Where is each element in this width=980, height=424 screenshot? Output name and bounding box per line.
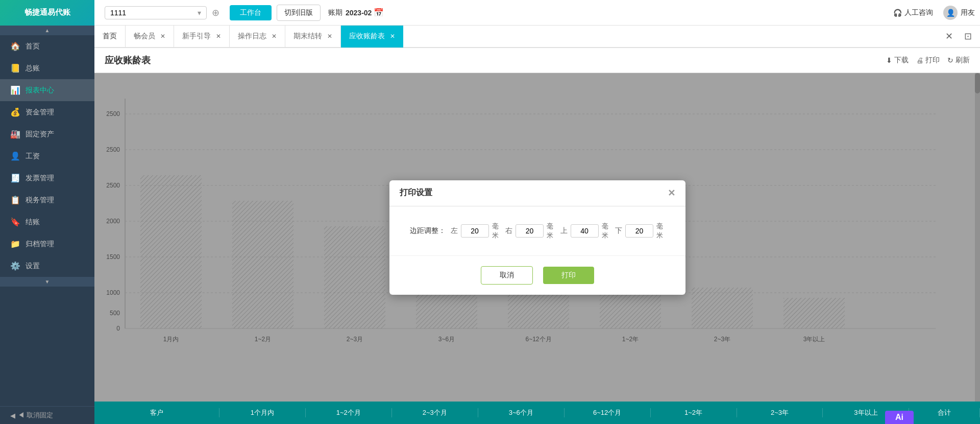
sidebar-item-settings[interactable]: ⚙️ 设置 (0, 255, 94, 277)
consult-area[interactable]: 🎧 人工咨询 (893, 8, 933, 17)
sidebar-item-payroll[interactable]: 👤 工资 (0, 145, 94, 167)
maximize-button[interactable]: ⊡ (961, 30, 975, 43)
cancel-button[interactable]: 取消 (481, 266, 533, 285)
sidebar-item-assets[interactable]: 🏭 固定资产 (0, 123, 94, 145)
home-icon: 🏠 (10, 41, 20, 51)
th-2-3months: 2~3个月 (392, 408, 478, 417)
sidebar-item-home[interactable]: 🏠 首页 (0, 35, 94, 57)
th-1month: 1个月内 (219, 408, 306, 417)
period-value: 2023-02 (346, 9, 372, 17)
sidebar-item-archive[interactable]: 📁 归档管理 (0, 233, 94, 255)
sidebar-item-closing[interactable]: 🔖 结账 (0, 211, 94, 233)
right-margin-input[interactable] (516, 224, 544, 238)
sidebar-item-ledger[interactable]: 📒 总账 (0, 57, 94, 79)
avatar: 👤 (943, 6, 958, 20)
refresh-button[interactable]: ↻ 刷新 (947, 56, 970, 65)
tab-period-end[interactable]: 期末结转 ✕ (285, 26, 341, 48)
tab-close-icon[interactable]: ✕ (327, 33, 332, 40)
header: 畅捷通易代账 1111 ▾ ⊕ 工作台 切到旧版 账期 2023-02 📅 🎧 … (0, 0, 980, 26)
switch-version-button[interactable]: 切到旧版 (277, 5, 321, 21)
tab-right-controls: ✕ ⊡ (942, 30, 980, 43)
period-area: 账期 2023-02 📅 (328, 8, 384, 17)
logo: 畅捷通易代账 (0, 0, 94, 26)
download-label: 下载 (894, 56, 909, 65)
sidebar-item-tax[interactable]: 📋 税务管理 (0, 189, 94, 211)
workbench-button[interactable]: 工作台 (230, 5, 272, 20)
modal-footer: 取消 打印 (389, 255, 685, 295)
tab-close-icon[interactable]: ✕ (390, 33, 395, 40)
consult-label: 人工咨询 (904, 8, 933, 17)
sidebar-item-label: 总账 (26, 64, 40, 73)
tab-close-icon[interactable]: ✕ (160, 33, 165, 40)
bottom-label: 下 (615, 226, 622, 235)
header-right: 🎧 人工咨询 👤 用友 (893, 6, 975, 20)
tab-receivable[interactable]: 应收账龄表 ✕ (341, 26, 403, 48)
sidebar-item-label: 首页 (26, 42, 40, 51)
th-1-2years: 1~2年 (651, 408, 737, 417)
tab-close-icon[interactable]: ✕ (272, 33, 277, 40)
tab-label: 新手引导 (182, 32, 211, 41)
tab-log[interactable]: 操作日志 ✕ (230, 26, 285, 48)
sidebar-bottom-label: ◀ 取消固定 (18, 411, 53, 420)
user-area[interactable]: 👤 用友 (943, 6, 975, 20)
refresh-label: 刷新 (955, 56, 970, 65)
margin-row: 边距调整： 左 毫米 右 毫米 (410, 222, 665, 240)
modal-close-button[interactable]: ✕ (668, 187, 675, 199)
sidebar-item-funds[interactable]: 💰 资金管理 (0, 101, 94, 123)
left-margin-input[interactable] (461, 224, 489, 238)
sidebar-item-label: 固定资产 (26, 130, 54, 139)
th-1-2months: 1~2个月 (306, 408, 392, 417)
sidebar-item-label: 工资 (26, 152, 40, 161)
sidebar-item-reports[interactable]: 📊 报表中心 (0, 79, 94, 101)
tab-label: 操作日志 (238, 32, 266, 41)
company-select[interactable]: 1111 ▾ (105, 6, 207, 19)
sidebar-item-label: 归档管理 (26, 240, 54, 249)
modal-overlay: 打印设置 ✕ 边距调整： 左 毫米 右 (94, 73, 980, 402)
ai-badge[interactable]: Ai (885, 411, 914, 424)
headset-icon: 🎧 (893, 9, 902, 17)
sidebar-item-label: 设置 (26, 262, 40, 271)
closing-icon: 🔖 (10, 217, 20, 227)
sidebar-item-label: 资金管理 (26, 108, 54, 117)
sidebar-item-invoice[interactable]: 🧾 发票管理 (0, 167, 94, 189)
right-label: 右 (505, 226, 512, 235)
calendar-icon[interactable]: 📅 (374, 8, 384, 17)
tab-close-icon[interactable]: ✕ (216, 33, 221, 40)
close-window-button[interactable]: ✕ (942, 30, 956, 43)
sidebar-collapse-button[interactable]: ◀ ◀ 取消固定 (0, 406, 94, 424)
bottom-unit: 毫米 (656, 222, 665, 240)
chart-area: 2500 2500 2500 2000 1500 1000 500 0 (94, 73, 980, 402)
print-settings-modal: 打印设置 ✕ 边距调整： 左 毫米 右 (389, 180, 685, 295)
tab-label: 期末结转 (293, 32, 322, 41)
print-button[interactable]: 🖨 打印 (916, 56, 940, 65)
copy-icon[interactable]: ⊕ (212, 7, 219, 18)
top-unit: 毫米 (602, 222, 610, 240)
sidebar-scroll-down[interactable]: ▼ (0, 277, 94, 287)
sidebar-scroll-up[interactable]: ▲ (0, 26, 94, 35)
user-label: 用友 (961, 8, 975, 17)
archive-icon: 📁 (10, 239, 20, 249)
tab-home[interactable]: 首页 (94, 26, 126, 48)
tax-icon: 📋 (10, 195, 20, 205)
tab-guide[interactable]: 新手引导 ✕ (174, 26, 230, 48)
ai-badge-label: Ai (895, 413, 903, 421)
tab-label: 应收账龄表 (349, 32, 385, 41)
payroll-icon: 👤 (10, 151, 20, 161)
right-unit: 毫米 (547, 222, 555, 240)
print-confirm-button[interactable]: 打印 (543, 267, 594, 284)
th-total: 合计 (909, 408, 980, 417)
left-label: 左 (451, 226, 458, 235)
content-area: 首页 畅会员 ✕ 新手引导 ✕ 操作日志 ✕ 期末结转 ✕ 应收账龄表 ✕ (94, 26, 980, 424)
table-header: 客户 1个月内 1~2个月 2~3个月 3~6个月 6~12个月 1~2年 2~… (94, 402, 980, 424)
assets-icon: 🏭 (10, 129, 20, 139)
tab-vip[interactable]: 畅会员 ✕ (126, 26, 174, 48)
main-layout: ▲ 🏠 首页 📒 总账 📊 报表中心 💰 资金管理 🏭 固定资产 👤 工资 🧾 … (0, 26, 980, 424)
bottom-margin-input[interactable] (625, 224, 653, 238)
tab-label: 畅会员 (134, 32, 155, 41)
top-label: 上 (560, 226, 568, 235)
top-margin-input[interactable] (571, 224, 599, 238)
th-3-6months: 3~6个月 (478, 408, 565, 417)
sidebar-item-label: 报表中心 (26, 86, 54, 95)
download-button[interactable]: ⬇ 下载 (886, 56, 909, 65)
top-margin-group: 上 毫米 (560, 222, 610, 240)
